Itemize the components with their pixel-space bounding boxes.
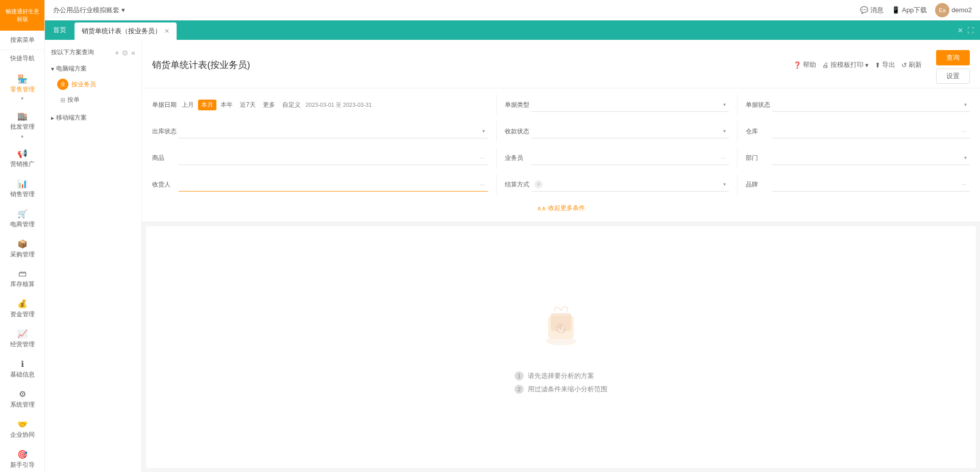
sidebar-item-basic[interactable]: ℹ 基础信息 bbox=[0, 354, 44, 384]
export-label: 导出 bbox=[882, 60, 895, 69]
date-tab-last-month[interactable]: 上月 bbox=[179, 100, 197, 110]
help-action[interactable]: ❓ 帮助 bbox=[793, 60, 816, 69]
goods-label: 商品 bbox=[152, 154, 179, 162]
dept-control[interactable]: ▾ bbox=[772, 151, 970, 165]
add-scheme-icon[interactable]: + bbox=[115, 49, 119, 57]
goods-dots-icon: ··· bbox=[480, 154, 485, 161]
goods-control[interactable]: ··· bbox=[179, 151, 488, 165]
sidebar-item-marketing-label: 营销推广 bbox=[10, 160, 35, 169]
date-tab-custom[interactable]: 自定义 bbox=[279, 100, 304, 110]
receiver-input[interactable] bbox=[182, 181, 480, 188]
query-button[interactable]: 查询 bbox=[936, 50, 970, 65]
sidebar-item-system[interactable]: ⚙ 系统管理 bbox=[0, 384, 44, 414]
date-tab-last-7days[interactable]: 近7天 bbox=[237, 100, 259, 110]
tab-maximize-icon[interactable]: ⛶ bbox=[967, 27, 974, 34]
sidebar-item-inventory[interactable]: 🗃 库存核算 bbox=[0, 264, 44, 294]
date-tab-more[interactable]: 更多 bbox=[260, 100, 278, 110]
message-icon: 💬 bbox=[860, 6, 868, 14]
refresh-action[interactable]: ↺ 刷新 bbox=[901, 60, 922, 69]
tab-close-icon[interactable]: ✕ bbox=[164, 28, 169, 35]
purchase-icon: 📦 bbox=[17, 239, 28, 249]
refresh-icon: ↺ bbox=[901, 61, 907, 69]
dept-arrow-icon: ▾ bbox=[964, 155, 967, 160]
sidebar-item-retail[interactable]: 🏪 零售管理 ▾ bbox=[0, 69, 44, 106]
brand-label: 品牌 bbox=[746, 180, 772, 189]
retail-icon: 🏪 bbox=[17, 74, 28, 84]
filter-out-status: 出库状态 ▾ bbox=[152, 124, 488, 138]
date-tab-this-month[interactable]: 本月 bbox=[198, 100, 216, 110]
newcomer-icon: 🎯 bbox=[17, 450, 28, 459]
doc-type-control[interactable]: ▾ bbox=[531, 98, 729, 112]
sidebar-logo: 畅捷通好生意 标版 bbox=[0, 0, 44, 31]
brand-dots-icon: ··· bbox=[962, 181, 967, 188]
sidebar-item-finance[interactable]: 💰 资金管理 bbox=[0, 294, 44, 324]
sidebar-item-purchase-label: 采购管理 bbox=[10, 250, 35, 259]
settings-button[interactable]: 设置 bbox=[936, 68, 970, 84]
desktop-scheme-title[interactable]: ▾ 电脑端方案 bbox=[45, 62, 141, 76]
salesman-control[interactable]: ··· bbox=[531, 151, 729, 165]
payment-control[interactable]: × ▾ bbox=[531, 177, 729, 192]
doc-status-control[interactable]: ▾ bbox=[772, 98, 970, 112]
payment-clear-icon[interactable]: × bbox=[534, 180, 543, 188]
date-tab-this-year[interactable]: 本年 bbox=[217, 100, 236, 110]
sidebar-item-sales[interactable]: 📊 销售管理 bbox=[0, 174, 44, 204]
payment-arrow-icon: ▾ bbox=[723, 181, 726, 187]
out-status-control[interactable]: ▾ bbox=[179, 124, 488, 138]
filter-row-4: 收货人 ··· 结算方式 × ▾ bbox=[152, 174, 970, 195]
mobile-scheme-title[interactable]: ▸ 移动端方案 bbox=[45, 111, 141, 125]
tab-close-window-icon[interactable]: ✕ bbox=[958, 27, 963, 34]
export-action[interactable]: ⬆ 导出 bbox=[875, 60, 895, 69]
scheme-sub-by-order[interactable]: ⊞ 按单 bbox=[45, 93, 141, 107]
refresh-label: 刷新 bbox=[909, 60, 922, 69]
receiver-label: 收货人 bbox=[152, 180, 179, 189]
basic-icon: ℹ bbox=[21, 359, 24, 369]
sidebar-item-purchase[interactable]: 📦 采购管理 bbox=[0, 234, 44, 264]
sidebar-search-menu[interactable]: 搜索菜单 bbox=[0, 31, 44, 50]
sidebar-item-marketing[interactable]: 📢 营销推广 bbox=[0, 144, 44, 174]
sidebar-item-wholesale[interactable]: 🏬 批发管理 ▴ bbox=[0, 106, 44, 144]
ecommerce-icon: 🛒 bbox=[17, 209, 28, 219]
sidebar-item-ecommerce[interactable]: 🛒 电商管理 bbox=[0, 204, 44, 234]
brand-control[interactable]: ··· bbox=[772, 177, 970, 192]
sidebar-item-operations[interactable]: 📈 经营管理 bbox=[0, 324, 44, 354]
sidebar-quick-nav[interactable]: 快捷导航 bbox=[0, 50, 44, 67]
collapse-panel-icon[interactable]: « bbox=[131, 49, 135, 57]
messages-btn[interactable]: 💬 消息 bbox=[860, 6, 884, 15]
filter-brand: 品牌 ··· bbox=[746, 177, 970, 192]
tab-sales-stat-label: 销货单统计表（按业务员） bbox=[82, 27, 161, 36]
print-arrow-icon: ▾ bbox=[865, 61, 869, 69]
scheme-item-by-salesman[interactable]: 业 按业务员 bbox=[45, 76, 141, 93]
retail-arrow-icon: ▾ bbox=[21, 96, 23, 101]
page-title: 销货单统计表(按业务员) bbox=[152, 59, 250, 71]
divider-4 bbox=[737, 121, 738, 141]
collapse-filters-btn[interactable]: ∧∧ 收起更多条件 bbox=[152, 201, 970, 216]
filter-row-3: 商品 ··· 业务员 ··· 部门 bbox=[152, 148, 970, 168]
sidebar-item-newcomer[interactable]: 🎯 新手引导 bbox=[0, 444, 44, 472]
enterprise-icon: 🤝 bbox=[17, 419, 28, 429]
home-label: 首页 bbox=[53, 26, 66, 35]
main-area: 办公用品行业模拟账套 ▾ 💬 消息 📱 App下载 Ea demo2 首页 销货… bbox=[45, 0, 980, 472]
hint-1-text: 请先选择要分析的方案 bbox=[528, 371, 594, 381]
doc-type-label: 单据类型 bbox=[505, 101, 531, 109]
edit-scheme-icon[interactable]: ⊙ bbox=[122, 49, 128, 57]
operations-icon: 📈 bbox=[17, 329, 28, 339]
tab-sales-stat[interactable]: 销货单统计表（按业务员） ✕ bbox=[75, 22, 177, 40]
filter-payment: 结算方式 × ▾ bbox=[505, 177, 729, 192]
receipt-status-control[interactable]: ▾ bbox=[531, 124, 729, 138]
empty-illustration bbox=[535, 300, 586, 361]
app-download-btn[interactable]: 📱 App下载 bbox=[892, 6, 927, 15]
warehouse-control[interactable]: ··· bbox=[772, 124, 970, 138]
topbar-right: 💬 消息 📱 App下载 Ea demo2 bbox=[860, 3, 972, 17]
app-download-label: App下载 bbox=[902, 6, 927, 15]
receiver-control[interactable]: ··· bbox=[179, 177, 488, 192]
filter-dept: 部门 ▾ bbox=[746, 151, 970, 165]
sidebar-item-retail-label: 零售管理 bbox=[10, 85, 35, 94]
print-action[interactable]: 🖨 按模板打印 ▾ bbox=[822, 60, 869, 69]
tab-home[interactable]: 首页 bbox=[45, 20, 75, 40]
mobile-scheme-label: 移动端方案 bbox=[56, 113, 87, 122]
sidebar-item-newcomer-label: 新手引导 bbox=[10, 461, 35, 469]
user-area[interactable]: Ea demo2 bbox=[935, 3, 972, 17]
filter-receipt-status: 收款状态 ▾ bbox=[505, 124, 729, 138]
account-dropdown[interactable]: 办公用品行业模拟账套 ▾ bbox=[53, 6, 125, 15]
sidebar-item-enterprise[interactable]: 🤝 企业协同 bbox=[0, 414, 44, 444]
